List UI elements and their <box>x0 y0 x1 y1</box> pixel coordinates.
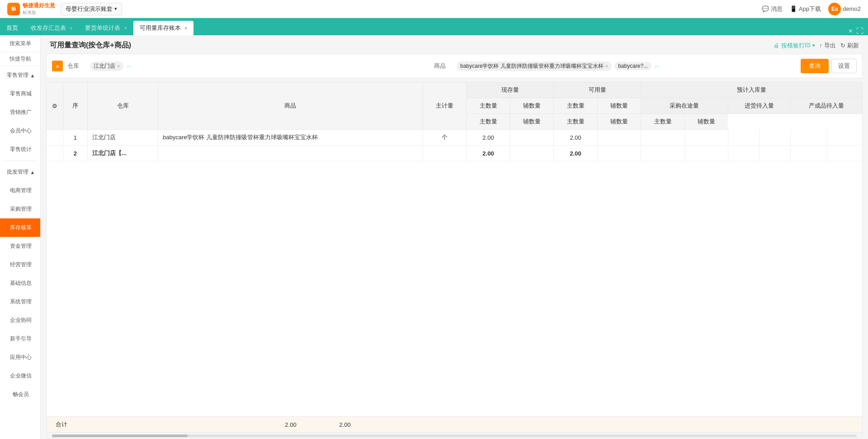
footer-current-main: 2.00 <box>277 421 304 428</box>
main-content: 可用量查询(按仓库+商品) 🖨 按模板打印 ▾ ↑ 导出 ↻ 刷新 » <box>41 35 868 439</box>
sidebar-item-label: 应用中心 <box>10 354 32 360</box>
sidebar-item-member[interactable]: 会员中心 <box>0 122 40 140</box>
sidebar-item-base-info[interactable]: 基础信息 <box>0 274 40 293</box>
warehouse-tag-close[interactable]: × <box>117 63 120 69</box>
td-unit: 个 <box>423 130 467 146</box>
tab-home[interactable]: 首页 <box>0 21 24 35</box>
th-finished-aux: 辅数量 <box>684 114 728 130</box>
message-btn[interactable]: 💬 消息 <box>762 5 783 13</box>
sidebar-item-retail-stats[interactable]: 零售统计 <box>0 140 40 159</box>
td-available-aux <box>597 130 641 146</box>
th-gear[interactable]: ⚙ <box>47 82 63 130</box>
sidebar-item-ecommerce[interactable]: 电商管理 <box>0 181 40 200</box>
td-available-main: 2.00 <box>554 146 598 161</box>
user-profile[interactable]: Ea demo2 <box>828 3 861 15</box>
tab-order-stat[interactable]: 要货单统计表 × <box>79 21 133 35</box>
export-label: 导出 <box>824 42 836 50</box>
td-in-pending-main <box>728 146 759 161</box>
settings-button[interactable]: 设置 <box>831 59 857 73</box>
tab-order-stat-close[interactable]: × <box>124 25 127 31</box>
filter-more-btn[interactable]: ··· <box>126 63 131 70</box>
table-wrapper[interactable]: ⚙ 序 仓库 商品 主计量 现存量 可用量 预计入库量 主数量 辅数量 <box>47 82 862 416</box>
expand-btn[interactable]: ⛶ <box>856 27 863 35</box>
warehouse-tag[interactable]: 江北门店 × <box>90 61 123 71</box>
product-filter-more-btn[interactable]: ··· <box>654 63 659 70</box>
sidebar-item-enterprise[interactable]: 企业协同 <box>0 311 40 330</box>
app-download-btn[interactable]: 📱 App下载 <box>790 5 821 13</box>
table-area: ⚙ 序 仓库 商品 主计量 现存量 可用量 预计入库量 主数量 辅数量 <box>46 82 863 439</box>
sidebar-item-vip[interactable]: 畅会员 <box>0 385 40 404</box>
td-pur-transit-main <box>641 146 685 161</box>
th-index: 序 <box>63 82 88 130</box>
th-finished-pending: 产成品待入量 <box>790 98 862 114</box>
sidebar-search[interactable]: 搜索菜单 <box>0 35 40 52</box>
sidebar-item-marketing[interactable]: 营销推广 <box>0 103 40 122</box>
sidebar-item-finance[interactable]: 资金管理 <box>0 237 40 255</box>
th-available-aux: 辅数量 <box>597 98 641 114</box>
tab-summary-label: 收发存汇总表 <box>31 24 66 32</box>
sidebar-item-label: 零售管理 <box>7 71 28 79</box>
sidebar-quick-nav[interactable]: 快捷导航 <box>0 52 40 66</box>
td-in-pending-aux <box>759 146 790 161</box>
td-finished-main <box>790 130 826 146</box>
nav-tabs: 首页 收发存汇总表 × 要货单统计表 × 可用量库存账本 × × ⛶ <box>0 18 868 35</box>
sidebar-item-retail-mgmt[interactable]: 零售管理 ▲ <box>0 66 40 85</box>
sidebar-item-retail-mall[interactable]: 零售商城 <box>0 85 40 103</box>
chevron-icon: ▲ <box>30 170 35 175</box>
industry-select[interactable]: 母婴行业演示账套 ▾ <box>61 3 122 15</box>
export-btn[interactable]: ↑ 导出 <box>820 42 836 50</box>
sidebar-item-label: 基础信息 <box>10 280 32 286</box>
tab-available-stock[interactable]: 可用量库存账本 × <box>133 21 193 35</box>
td-pur-transit-aux <box>684 130 728 146</box>
close-all-btn[interactable]: × <box>849 27 853 35</box>
sidebar-item-label: 批发管理 <box>7 168 28 176</box>
scroll-thumb[interactable] <box>52 434 188 437</box>
filter-toggle-btn[interactable]: » <box>52 61 63 71</box>
sidebar-item-label: 新手引导 <box>10 335 32 342</box>
td-unit <box>423 146 467 161</box>
td-available-main: 2.00 <box>554 130 598 146</box>
td-warehouse: 江北门店【... <box>88 146 158 161</box>
sidebar-item-label: 企业协同 <box>10 317 32 323</box>
nav-actions: × ⛶ <box>849 27 868 35</box>
product-tag-2[interactable]: babycare?... <box>614 62 651 70</box>
product-tag-1-close[interactable]: × <box>605 63 608 69</box>
scroll-bar-area <box>47 432 862 439</box>
query-button[interactable]: 查询 <box>801 59 829 73</box>
sidebar-item-app-center[interactable]: 应用中心 <box>0 348 40 367</box>
user-name: demo2 <box>843 5 861 12</box>
top-bar-right: 💬 消息 📱 App下载 Ea demo2 <box>762 3 861 15</box>
sidebar-item-label: 系统管理 <box>10 298 32 305</box>
sidebar-item-wholesale[interactable]: 批发管理 ▲ <box>0 163 40 181</box>
td-gear <box>47 130 63 146</box>
td-in-pending-main <box>728 130 759 146</box>
brand-name: 畅捷通好生意 <box>23 2 55 9</box>
product-tag-1[interactable]: babycare学饮杯 儿童防摔防撞吸管杯重力球吸嘴杯宝宝水杯 × <box>457 61 612 71</box>
sidebar-item-ops[interactable]: 经营管理 <box>0 255 40 274</box>
sidebar-item-purchase[interactable]: 采购管理 <box>0 200 40 218</box>
sidebar-item-inventory[interactable]: 库存核算 <box>0 218 40 237</box>
refresh-icon: ↻ <box>840 42 845 49</box>
td-warehouse: 江北门店 <box>88 130 158 146</box>
industry-label: 母婴行业演示账套 <box>66 5 113 13</box>
chevron-down-icon: ▾ <box>114 6 117 12</box>
sidebar-item-label: 营销推广 <box>10 109 32 115</box>
sidebar-item-label: 电商管理 <box>10 187 32 194</box>
print-icon: 🖨 <box>774 42 779 49</box>
sidebar-item-corp-wechat[interactable]: 企业微信 <box>0 367 40 385</box>
tab-available-stock-close[interactable]: × <box>184 25 187 31</box>
brand-sub: 标准版 <box>23 9 55 16</box>
product-tag-1-text: babycare学饮杯 儿童防摔防撞吸管杯重力球吸嘴杯宝宝水杯 <box>460 62 604 70</box>
refresh-btn[interactable]: ↻ 刷新 <box>840 42 859 50</box>
tab-summary-close[interactable]: × <box>70 25 72 31</box>
th-in-pending-aux: 辅数量 <box>597 114 641 130</box>
tab-summary[interactable]: 收发存汇总表 × <box>24 21 79 35</box>
print-btn[interactable]: 🖨 按模板打印 ▾ <box>774 42 815 50</box>
scroll-track[interactable] <box>52 434 857 437</box>
sidebar-item-new-guide[interactable]: 新手引导 <box>0 330 40 348</box>
sidebar-item-sys-mgmt[interactable]: 系统管理 <box>0 293 40 311</box>
message-label: 消息 <box>771 5 783 13</box>
sidebar-item-label: 零售统计 <box>10 146 32 152</box>
footer-available-main: 2.00 <box>331 421 359 428</box>
product-filter-label: 商品 <box>434 62 452 70</box>
